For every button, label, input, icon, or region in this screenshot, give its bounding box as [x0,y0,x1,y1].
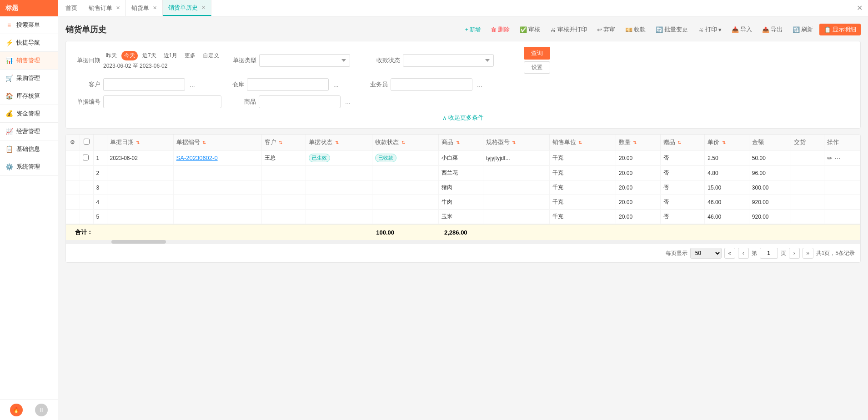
sidebar-item-basic-info[interactable]: 📋 基础信息 [0,140,58,158]
warehouse-ellipsis-btn[interactable]: ... [333,81,339,88]
row-amount: 300.00 [749,180,791,195]
salesperson-ellipsis-btn[interactable]: ... [477,81,482,88]
row-spec-type [483,195,549,210]
prev-page-btn[interactable]: ‹ [738,248,749,259]
warehouse-input[interactable] [247,78,329,91]
sidebar-footer-btn2[interactable]: ⏸ [35,404,48,416]
sort-quantity-icon[interactable]: ⇅ [633,140,637,145]
sidebar-item-system[interactable]: ⚙️ 系统管理 [0,158,58,176]
sidebar-item-finance[interactable]: 💰 资金管理 [0,105,58,123]
first-page-btn[interactable]: « [724,248,735,259]
tab-sales-invoice[interactable]: 销货单 ✕ [126,0,163,16]
th-spec-type[interactable]: 规格型号 ⇅ [483,135,549,150]
sidebar-item-operations[interactable]: 📈 经营管理 [0,123,58,140]
collect-button[interactable]: 💴 收款 [622,24,649,35]
last-page-btn[interactable]: » [803,248,813,259]
sidebar-item-label: 资金管理 [16,110,40,118]
th-action-label: 操作 [827,139,839,145]
date-tag-1month[interactable]: 近1月 [161,51,181,60]
sidebar-item-quick-nav[interactable]: ⚡ 快捷导航 [0,34,58,52]
sort-doc-status-icon[interactable]: ⇅ [335,140,339,145]
salesperson-input[interactable] [391,78,472,91]
product-input[interactable] [259,95,341,108]
sort-doc-number-icon[interactable]: ⇅ [202,140,206,145]
row-doc-status [306,195,372,210]
th-sales-unit[interactable]: 销售单位 ⇅ [549,135,616,150]
row-customer [261,180,306,195]
table-scroll-bar[interactable] [66,240,860,244]
payment-status-select[interactable] [403,54,494,67]
sort-product-icon[interactable]: ⇅ [456,140,460,145]
batch-change-button[interactable]: 🔄 批量变更 [652,24,692,35]
sort-doc-date-icon[interactable]: ⇅ [136,140,140,145]
import-button[interactable]: 📥 导入 [728,24,756,35]
sidebar-item-sales-mgmt[interactable]: 📊 销售管理 [0,52,58,70]
th-product[interactable]: 商品 ⇅ [439,135,483,150]
review-print-button[interactable]: 🖨 审核并打印 [547,24,591,35]
per-page-select[interactable]: 50 100 200 [690,248,722,259]
th-doc-date[interactable]: 单据日期 ⇅ [107,135,173,150]
sort-gift-icon[interactable]: ⇅ [677,140,681,145]
add-button[interactable]: + 新增 [462,24,484,35]
tab-sales-history[interactable]: 销货单历史 ✕ [163,0,211,16]
more-action-icon[interactable]: ⋯ [834,155,841,162]
th-gear[interactable]: ⚙ [66,135,80,150]
sort-customer-icon[interactable]: ⇅ [279,140,282,145]
row-amount: 50.00 [749,150,791,166]
sort-unit-price-icon[interactable]: ⇅ [722,140,726,145]
row-product: 小白菜 [439,150,483,166]
delete-button[interactable]: 🗑 删除 [487,24,513,35]
doc-number-input[interactable] [103,95,221,108]
date-tag-today[interactable]: 今天 [121,51,138,60]
sidebar-footer-btn1[interactable]: 🔥 [10,404,23,416]
date-tag-7days[interactable]: 近7天 [140,51,159,60]
th-customer[interactable]: 客户 ⇅ [261,135,306,150]
th-doc-number[interactable]: 单据编号 ⇅ [173,135,261,150]
tab-sales-order[interactable]: 销售订单 ✕ [83,0,126,16]
filter-settings-button[interactable]: 设置 [524,61,550,74]
doc-number-link[interactable]: SA-20230602-0 [176,155,218,161]
review-button[interactable]: ✅ 审核 [516,24,544,35]
sidebar-item-purchase-mgmt[interactable]: 🛒 采购管理 [0,70,58,87]
collapse-btn[interactable]: ∧ 收起更多条件 [440,113,487,123]
doc-type-select[interactable] [259,54,350,67]
select-all-checkbox[interactable] [84,139,90,145]
next-page-btn[interactable]: › [789,248,800,259]
sort-sales-unit-icon[interactable]: ⇅ [578,140,582,145]
edit-icon[interactable]: ✏ [827,155,833,162]
close-sales-history-icon[interactable]: ✕ [201,5,206,10]
filter-row-3: 单据编号 商品 ... [73,95,853,108]
sort-payment-status-icon[interactable]: ⇅ [401,140,405,145]
th-payment-status[interactable]: 收款状态 ⇅ [372,135,439,150]
sort-spec-type-icon[interactable]: ⇅ [512,140,516,145]
sidebar-item-inventory[interactable]: 🏠 库存核算 [0,87,58,105]
th-unit-price[interactable]: 单价 ⇅ [705,135,749,150]
date-tag-more[interactable]: 更多 [182,51,198,60]
row-checkbox[interactable] [83,155,89,160]
tab-home[interactable]: 首页 [60,0,83,16]
th-quantity[interactable]: 数量 ⇅ [616,135,661,150]
product-ellipsis-btn[interactable]: ... [345,98,351,105]
sidebar-item-search-menu[interactable]: ≡ 搜索菜单 [0,16,58,34]
date-tag-custom[interactable]: 自定义 [200,51,222,60]
customer-ellipsis-btn[interactable]: ... [190,81,195,88]
print-button[interactable]: 🖨 打印 ▾ [694,24,725,35]
export-button[interactable]: 📤 导出 [758,24,786,35]
system-icon: ⚙️ [5,163,13,170]
page-input[interactable] [760,248,778,259]
table-body: 1 2023-06-02 SA-20230602-0 王总 已生效 已收款 小白… [66,150,860,224]
date-tag-yesterday[interactable]: 昨天 [103,51,120,60]
customer-input[interactable] [103,78,185,91]
tab-bar-close-btn[interactable]: ✕ [857,4,863,12]
refresh-button[interactable]: 🔃 刷新 [789,24,817,35]
close-sales-invoice-icon[interactable]: ✕ [153,5,157,11]
th-action: 操作 [824,135,860,150]
abandon-button[interactable]: ↩ 弃审 [593,24,619,35]
th-gift[interactable]: 赠品 ⇅ [660,135,705,150]
sidebar-item-label: 快捷导航 [16,39,40,47]
query-button[interactable]: 查询 [524,47,550,60]
show-detail-button[interactable]: 📋 显示明细 [819,24,861,35]
close-sales-order-icon[interactable]: ✕ [116,5,120,11]
row-payment-status: 已收款 [372,150,439,166]
th-doc-status[interactable]: 单据状态 ⇅ [306,135,372,150]
